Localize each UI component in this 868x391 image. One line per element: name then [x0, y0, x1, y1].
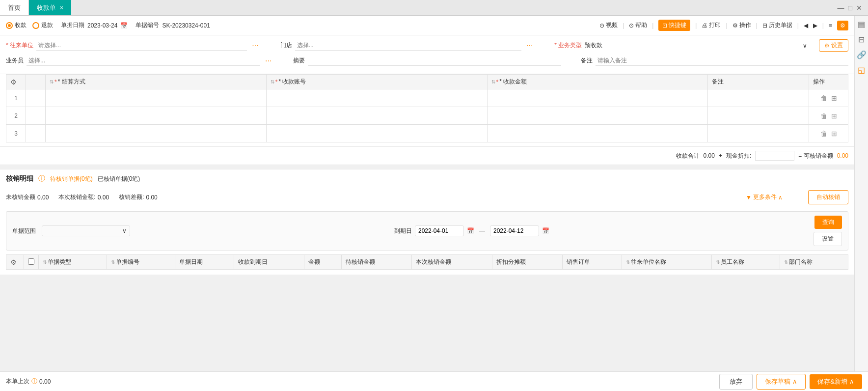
query-button[interactable]: 查询 [814, 216, 842, 229]
sidebar-icon-2[interactable]: ⊟ [858, 35, 865, 44]
save-draft-button[interactable]: 保存草稿 ∧ [757, 374, 806, 390]
row-account-2[interactable] [266, 107, 487, 125]
sort-icon-account[interactable]: ⇅ [271, 79, 274, 84]
row-remark-2[interactable] [708, 107, 809, 125]
tab-close-icon[interactable]: × [60, 4, 63, 11]
th-remark-label: 备注 [712, 78, 724, 85]
result-label: = 可核销金额 [798, 152, 833, 160]
counterpart-label: * 往来单位 [6, 41, 33, 50]
row-remark-1[interactable] [708, 89, 809, 107]
store-more-icon[interactable]: ··· [524, 41, 535, 50]
sort-icon-payment[interactable]: ⇅ [50, 79, 54, 84]
bth-checkbox[interactable] [24, 255, 39, 270]
radio-refund[interactable]: 退款 [32, 21, 53, 29]
from-date-picker-icon[interactable]: 📅 [467, 227, 474, 234]
row-num-1: 1 [6, 89, 26, 107]
row-account-1[interactable] [266, 89, 487, 107]
window-controls: — □ ✕ [832, 4, 868, 12]
current-label: 本次核销金额: [58, 193, 95, 201]
remark-label: 备注 [581, 56, 593, 65]
save-new-label: 保存&新增 [817, 377, 847, 386]
shortcut-action[interactable]: ⊡ 快捷键 [658, 20, 690, 31]
bth-counterpart-label: 往来单位名称 [631, 258, 666, 266]
sidebar-icon-1[interactable]: ▤ [858, 20, 865, 29]
remark-input[interactable] [596, 56, 848, 66]
discount-input[interactable] [755, 151, 794, 161]
bth-discount: 折扣分摊额 [492, 255, 563, 270]
select-all-checkbox[interactable] [28, 258, 34, 265]
due-date-to-input[interactable] [490, 225, 539, 236]
settings-action[interactable]: ⚙ [837, 21, 848, 30]
nav-prev[interactable]: ◀ [804, 22, 808, 29]
due-date-from-input[interactable] [415, 225, 464, 236]
bottom-table-settings-icon[interactable]: ⚙ [10, 258, 17, 266]
row-action-3: 🗑 ⊞ [809, 125, 848, 142]
minimize-button[interactable]: — [838, 4, 844, 12]
th-settings[interactable]: ⚙ [6, 75, 26, 89]
save-new-button[interactable]: 保存&新增 ∧ [810, 374, 862, 389]
sidebar-icon-4[interactable]: ◱ [858, 65, 865, 75]
video-action[interactable]: ⊙ 视频 [599, 21, 618, 29]
salesman-input[interactable] [27, 56, 260, 66]
copy-icon-2[interactable]: ⊞ [831, 112, 837, 120]
business-type-dropdown[interactable]: ∨ [801, 42, 809, 49]
delete-icon-2[interactable]: 🗑 [820, 112, 827, 120]
row-amount-2[interactable] [487, 107, 708, 125]
form-settings-button[interactable]: ⚙ 设置 [819, 39, 848, 52]
form-area: * 往来单位 ··· 门店 ··· * 业务类型 预收款 ∨ ⚙ 设置 [0, 35, 854, 74]
close-button[interactable]: ✕ [856, 4, 862, 12]
date-picker-icon[interactable]: 📅 [120, 22, 128, 29]
bth-sales-order: 销售订单 [563, 255, 622, 270]
store-input[interactable] [295, 40, 521, 51]
total-value: 0.00 [704, 152, 715, 159]
divider4: | [726, 22, 727, 29]
summary-input[interactable] [308, 56, 561, 66]
print-action[interactable]: 🖨 打印 [702, 21, 721, 29]
copy-icon-1[interactable]: ⊞ [831, 94, 837, 102]
status-label: 本单上次 [6, 377, 29, 386]
pending-tag[interactable]: 待核销单据(0笔) [50, 175, 93, 183]
salesman-more-icon[interactable]: ··· [263, 56, 273, 65]
auto-reconcile-button[interactable]: 自动核销 [808, 190, 848, 204]
radio-receive[interactable]: 收款 [6, 21, 27, 29]
bth-settings[interactable]: ⚙ [6, 255, 24, 270]
delete-icon-3[interactable]: 🗑 [820, 130, 827, 138]
row-payment-2[interactable] [46, 107, 267, 125]
row-remark-3[interactable] [708, 125, 809, 142]
row-payment-1[interactable] [46, 89, 267, 107]
sort-icon-amount[interactable]: ⇅ [491, 79, 495, 84]
history-action[interactable]: ⊟ 历史单据 [762, 21, 792, 29]
row-payment-3[interactable] [46, 125, 267, 142]
print-icon: 🖨 [702, 22, 707, 29]
save-draft-label: 保存草稿 [765, 377, 790, 386]
row-amount-1[interactable] [487, 89, 708, 107]
delete-icon-1[interactable]: 🗑 [820, 94, 827, 102]
counterpart-more-icon[interactable]: ··· [250, 41, 260, 50]
copy-icon-3[interactable]: ⊞ [831, 130, 837, 138]
reconcile-settings-button[interactable]: 设置 [814, 232, 842, 246]
range-select[interactable]: ∨ [42, 225, 130, 236]
maximize-button[interactable]: □ [848, 4, 852, 12]
bth-amount-label: 金额 [308, 258, 320, 265]
row-amount-3[interactable] [487, 125, 708, 142]
more-conditions-btn[interactable]: ▼ 更多条件 ∧ [746, 193, 783, 201]
current-value: 0.00 [98, 194, 109, 201]
divider6: | [797, 22, 799, 29]
th-amount-label: * 收款金额 [499, 78, 527, 86]
operations-action[interactable]: ⚙ 操作 [732, 21, 751, 29]
reconcile-section: 核销明细 ⓘ 待核销单据(0笔) 已核销单据(0笔) 未核销金额 0.00 本次… [0, 169, 854, 275]
counterpart-input[interactable] [36, 40, 247, 51]
tab-receipt[interactable]: 收款单 × [29, 0, 71, 15]
abandon-button[interactable]: 放弃 [719, 374, 753, 390]
to-date-picker-icon[interactable]: 📅 [542, 227, 549, 234]
table-settings-icon[interactable]: ⚙ [10, 78, 17, 86]
sidebar-icon-3[interactable]: 🔗 [857, 50, 867, 59]
tab-home[interactable]: 首页 [0, 0, 29, 15]
layout-action[interactable]: ≡ [829, 22, 832, 29]
plus-sign: + [719, 152, 722, 159]
row-account-3[interactable] [266, 125, 487, 142]
nav-next[interactable]: ▶ [813, 22, 817, 29]
help-action[interactable]: ⊙ 帮助 [629, 21, 647, 29]
done-tag[interactable]: 已核销单据(0笔) [98, 175, 140, 183]
number-label: 单据编号 [136, 21, 159, 29]
